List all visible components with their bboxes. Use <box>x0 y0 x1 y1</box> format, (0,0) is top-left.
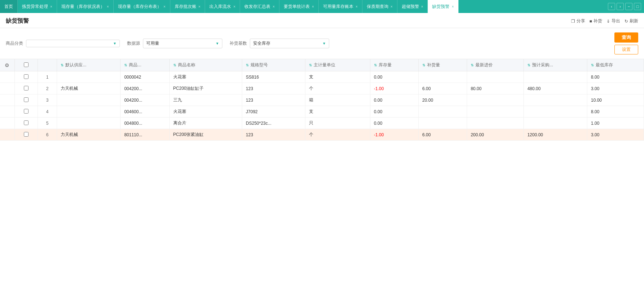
row-latest-price <box>467 118 523 129</box>
table-header-row: ⚙ ⇅ 默认供应... ⇅ 商品... ⇅ <box>0 59 644 71</box>
product-code-column-header[interactable]: ⇅ 商品... <box>121 59 169 71</box>
spec-column-header[interactable]: ⇅ 规格型号 <box>242 59 305 71</box>
min-stock-column-header[interactable]: ⇅ 最低库存 <box>587 59 644 71</box>
tab-close-shortage-warning[interactable]: × <box>452 5 454 9</box>
datasource-chevron-icon: ▼ <box>216 41 219 45</box>
tab-close-batch-account[interactable]: × <box>199 5 201 9</box>
gear-icon[interactable]: ⚙ <box>5 62 9 68</box>
row-replenish-qty: 6.00 <box>418 129 467 141</box>
tab-close-defect-processing[interactable]: × <box>50 5 52 9</box>
row-checkbox[interactable] <box>24 97 29 102</box>
tab-available-ledger[interactable]: 可用量库存账本 × <box>319 0 362 13</box>
checkbox-column-header[interactable] <box>14 59 38 71</box>
tab-prev-button[interactable]: ‹ <box>608 3 615 10</box>
row-stock: 0.00 <box>370 94 418 106</box>
tab-close-expiry-query[interactable]: × <box>391 5 393 9</box>
row-checkbox[interactable] <box>24 86 29 90</box>
replenish-base-select[interactable]: 安全库存 ▼ <box>250 39 329 48</box>
category-select[interactable]: ▼ <box>26 40 120 47</box>
row-default-supplier <box>57 94 121 106</box>
datasource-label: 数据源 <box>127 40 140 47</box>
tab-navigation: ‹ › − □ <box>605 3 644 10</box>
tab-demand-stats[interactable]: 要货单统计表 × <box>279 0 319 13</box>
sort-icon: ⇅ <box>422 63 425 67</box>
row-checkbox-cell[interactable] <box>14 129 38 141</box>
replenish-base-label: 补货基数 <box>230 40 247 47</box>
table-row: 5 004800... 离合片 DS250*23c... 只 0.00 1.00 <box>0 118 644 129</box>
tab-inventory-dist[interactable]: 现存量（库存分布表） × <box>114 0 170 13</box>
table-row: 2 力天机械 004200... PC200油缸缸子 123 个 -1.00 6… <box>0 83 644 94</box>
row-checkbox-cell[interactable] <box>14 71 38 83</box>
row-checkbox-cell[interactable] <box>14 94 38 106</box>
tab-inout-flow[interactable]: 出入库流水 × <box>205 0 240 13</box>
tab-maximize-button[interactable]: □ <box>634 3 641 10</box>
tab-next-button[interactable]: › <box>617 3 624 10</box>
row-checkbox-cell[interactable] <box>14 118 38 129</box>
tab-close-inventory-dist[interactable]: × <box>164 5 166 9</box>
datasource-select[interactable]: 可用量 ▼ <box>143 39 222 48</box>
row-replenish-qty: 20.00 <box>418 94 467 106</box>
tab-home[interactable]: 首页 <box>0 0 18 13</box>
row-checkbox[interactable] <box>24 120 29 125</box>
row-min-stock: 1.00 <box>587 118 644 129</box>
sort-icon: ⇅ <box>61 63 64 67</box>
page-title: 缺货预警 <box>6 17 29 25</box>
query-button[interactable]: 查询 <box>614 32 638 43</box>
tab-receive-summary[interactable]: 收发存汇总表 × <box>240 0 279 13</box>
product-name-column-header[interactable]: ⇅ 商品名称 <box>169 59 242 71</box>
row-product-code: 004800... <box>121 118 169 129</box>
tab-close-overstock-warning[interactable]: × <box>421 5 423 9</box>
replenish-button[interactable]: ■ 补货 <box>589 18 602 24</box>
table-container: ⚙ ⇅ 默认供应... ⇅ 商品... ⇅ <box>0 59 644 141</box>
row-gear-cell <box>0 129 14 141</box>
row-gear-cell <box>0 118 14 129</box>
replenish-qty-column-header[interactable]: ⇅ 补货量 <box>418 59 467 71</box>
tab-overstock-warning[interactable]: 超储预警 × <box>397 0 428 13</box>
table-row: 3 004200... 三九 123 箱 0.00 20.00 10.00 <box>0 94 644 106</box>
tab-shortage-warning[interactable]: 缺货预警 × <box>428 0 458 13</box>
tab-close-available-ledger[interactable]: × <box>356 5 358 9</box>
row-checkbox[interactable] <box>24 74 29 79</box>
tab-expiry-query[interactable]: 保质期查询 × <box>362 0 397 13</box>
tab-close-inout-flow[interactable]: × <box>233 5 235 9</box>
default-supplier-column-header[interactable]: ⇅ 默认供应... <box>57 59 121 71</box>
replenish-icon: ■ <box>589 19 592 24</box>
tab-inventory-status[interactable]: 现存量（库存状况表） × <box>57 0 114 13</box>
tab-defect-processing[interactable]: 拣货异常处理 × <box>18 0 57 13</box>
row-product-name: 三九 <box>169 94 242 106</box>
row-checkbox[interactable] <box>24 132 29 137</box>
row-unit: 个 <box>305 83 370 94</box>
tab-close-inventory-status[interactable]: × <box>107 5 109 9</box>
row-checkbox[interactable] <box>24 109 29 114</box>
row-min-stock: 3.00 <box>587 83 644 94</box>
settings-button[interactable]: 设置 <box>614 45 638 54</box>
category-label: 商品分类 <box>6 40 23 47</box>
share-button[interactable]: ❐ 分享 <box>571 18 585 24</box>
select-all-checkbox[interactable] <box>24 62 29 67</box>
row-number: 4 <box>38 106 57 118</box>
row-product-code: 004600... <box>121 106 169 118</box>
row-default-supplier <box>57 118 121 129</box>
row-spec: DS250*23c... <box>242 118 305 129</box>
tab-close-receive-summary[interactable]: × <box>273 5 275 9</box>
latest-price-column-header[interactable]: ⇅ 最新进价 <box>467 59 523 71</box>
row-checkbox-cell[interactable] <box>14 106 38 118</box>
row-checkbox-cell[interactable] <box>14 83 38 94</box>
row-unit: 只 <box>305 118 370 129</box>
tab-close-demand-stats[interactable]: × <box>312 5 314 9</box>
row-spec: 123 <box>242 129 305 141</box>
row-product-code: 004200... <box>121 94 169 106</box>
refresh-icon: ↻ <box>625 19 628 24</box>
estimated-purchase-column-header[interactable]: ⇅ 预计采购... <box>523 59 587 71</box>
unit-column-header[interactable]: ⇅ 主计量单位 <box>305 59 370 71</box>
row-estimated-purchase <box>523 94 587 106</box>
row-unit: 箱 <box>305 94 370 106</box>
stock-column-header[interactable]: ⇅ 库存量 <box>370 59 418 71</box>
shortage-warning-table: ⚙ ⇅ 默认供应... ⇅ 商品... ⇅ <box>0 59 644 141</box>
row-estimated-purchase <box>523 118 587 129</box>
tab-minimize-button[interactable]: − <box>625 3 632 10</box>
refresh-button[interactable]: ↻ 刷新 <box>625 18 638 24</box>
export-button[interactable]: ⇓ 导出 <box>606 18 620 24</box>
table-row: 4 004600... 火花塞 J7092 支 0.00 8.00 <box>0 106 644 118</box>
tab-batch-account[interactable]: 库存批次账 × <box>170 0 205 13</box>
